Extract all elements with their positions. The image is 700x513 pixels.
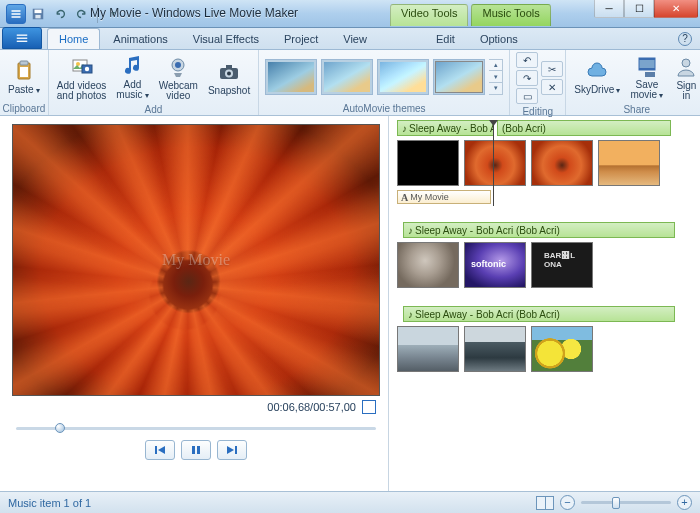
status-text: Music item 1 of 1 [8, 497, 91, 509]
tab-animations[interactable]: Animations [101, 28, 179, 49]
maximize-button[interactable]: ☐ [624, 0, 654, 18]
clip-thumbnail[interactable] [397, 140, 459, 186]
music-segment[interactable]: (Bob Acri) [497, 120, 671, 136]
status-bar: Music item 1 of 1 − + [0, 491, 700, 513]
svg-rect-8 [17, 41, 28, 42]
automovie-theme-gallery[interactable]: ▴▾▾ [265, 59, 503, 95]
window-controls: ─ ☐ ✕ [594, 0, 698, 18]
clip-row [397, 242, 694, 288]
theme-item[interactable] [433, 59, 485, 95]
clip-thumbnail[interactable] [464, 326, 526, 372]
contextual-tab-music-tools[interactable]: Music Tools [471, 4, 550, 26]
rotate-left-button[interactable]: ↶ [516, 52, 538, 68]
gallery-expand-button[interactable]: ▴▾▾ [489, 59, 503, 95]
theme-item[interactable] [377, 59, 429, 95]
storyboard-track: Sleep Away - Bob Acri (Bob Acri) [397, 306, 694, 372]
tab-edit[interactable]: Edit [424, 28, 467, 49]
delete-button[interactable]: ✕ [541, 79, 563, 95]
watermark-text: My Movie [162, 251, 230, 269]
svg-rect-25 [645, 72, 655, 77]
clip-thumbnail[interactable] [397, 242, 459, 288]
clip-thumbnail[interactable] [598, 140, 660, 186]
transport-controls [12, 440, 380, 460]
minimize-button[interactable]: ─ [594, 0, 624, 18]
seek-slider[interactable] [16, 420, 376, 436]
zoom-in-button[interactable]: + [677, 495, 692, 510]
music-note-icon [119, 53, 145, 79]
rotate-right-button[interactable]: ↷ [516, 70, 538, 86]
app-menu-button[interactable] [6, 4, 26, 24]
select-all-button[interactable]: ▭ [516, 88, 538, 104]
svg-rect-21 [226, 65, 232, 68]
svg-rect-5 [35, 14, 40, 18]
theme-item[interactable] [265, 59, 317, 95]
storyboard-track: Sleep Away - Bob Acri (Bob Acri) [397, 222, 694, 288]
file-menu-button[interactable] [2, 27, 42, 49]
webcam-video-button[interactable]: Webcam video [157, 53, 200, 102]
skydrive-button[interactable]: SkyDrive [572, 57, 622, 97]
svg-point-17 [175, 62, 181, 68]
zoom-out-button[interactable]: − [560, 495, 575, 510]
music-segment[interactable]: Sleep Away - Bob Acri (Bob Acri) [403, 306, 675, 322]
redo-icon[interactable] [72, 4, 92, 24]
storyboard-pane[interactable]: Sleep Away - Bob Ac(Bob Acri)My MovieSle… [388, 116, 700, 491]
add-music-button[interactable]: Add music [114, 52, 150, 102]
clip-thumbnail[interactable] [531, 326, 593, 372]
svg-rect-1 [12, 13, 21, 15]
ribbon-tabstrip: Home Animations Visual Effects Project V… [0, 28, 700, 50]
film-save-icon [634, 53, 660, 79]
svg-rect-30 [235, 446, 237, 454]
title-overlay-text: My Movie [410, 192, 449, 202]
close-button[interactable]: ✕ [654, 0, 698, 18]
play-pause-button[interactable] [181, 440, 211, 460]
ribbon: Paste Clipboard Add videos and photos Ad… [0, 50, 700, 116]
sign-in-button[interactable]: Sign in [671, 53, 700, 102]
tab-options[interactable]: Options [468, 28, 530, 49]
group-label-add: Add [49, 104, 258, 116]
clip-thumbnail[interactable] [464, 242, 526, 288]
svg-rect-24 [639, 68, 655, 70]
tab-project[interactable]: Project [272, 28, 330, 49]
group-label-share: Share [566, 104, 700, 116]
tab-home[interactable]: Home [47, 28, 100, 49]
undo-icon[interactable] [50, 4, 70, 24]
save-movie-button[interactable]: Save movie [628, 52, 665, 102]
svg-rect-4 [35, 9, 42, 13]
svg-point-26 [682, 59, 690, 67]
music-segment[interactable]: Sleep Away - Bob Ac [397, 120, 494, 136]
clip-thumbnail[interactable] [464, 140, 526, 186]
video-preview[interactable]: My Movie [12, 124, 380, 396]
group-automovie: ▴▾▾ AutoMovie themes [259, 50, 510, 115]
fullscreen-icon[interactable] [362, 400, 376, 414]
save-icon[interactable] [28, 4, 48, 24]
group-label-automovie: AutoMovie themes [259, 103, 509, 115]
theme-item[interactable] [321, 59, 373, 95]
timecode-display: 00:06,68/00:57,00 [267, 401, 356, 413]
add-videos-photos-button[interactable]: Add videos and photos [55, 53, 109, 102]
ribbon-help-icon[interactable]: ? [678, 32, 692, 46]
group-clipboard: Paste Clipboard [0, 50, 49, 115]
preview-pane: My Movie 00:06,68/00:57,00 [0, 116, 388, 491]
view-toggle-button[interactable] [536, 496, 554, 510]
title-overlay-strip[interactable]: My Movie [397, 190, 491, 204]
zoom-slider[interactable] [581, 501, 671, 504]
tab-view[interactable]: View [331, 28, 379, 49]
svg-rect-23 [639, 58, 655, 60]
music-segment[interactable]: Sleep Away - Bob Acri (Bob Acri) [403, 222, 675, 238]
storyboard-track: Sleep Away - Bob Ac(Bob Acri)My Movie [397, 120, 694, 204]
paste-button[interactable]: Paste [6, 57, 42, 97]
prev-frame-button[interactable] [145, 440, 175, 460]
playhead[interactable] [493, 122, 494, 206]
clip-thumbnail[interactable] [531, 140, 593, 186]
snapshot-button[interactable]: Snapshot [206, 58, 252, 97]
user-icon [673, 54, 699, 80]
cut-button[interactable]: ✂ [541, 61, 563, 77]
svg-rect-28 [192, 446, 195, 454]
tab-visual-effects[interactable]: Visual Effects [181, 28, 271, 49]
clip-row [397, 140, 694, 186]
photo-video-icon [69, 54, 95, 80]
next-frame-button[interactable] [217, 440, 247, 460]
clip-thumbnail[interactable] [531, 242, 593, 288]
contextual-tab-video-tools[interactable]: Video Tools [390, 4, 468, 26]
clip-thumbnail[interactable] [397, 326, 459, 372]
